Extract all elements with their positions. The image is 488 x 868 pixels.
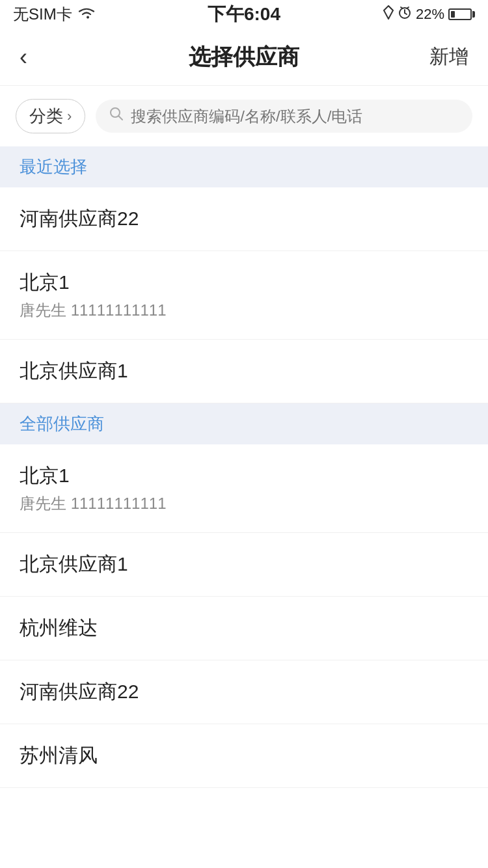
chevron-right-icon: › — [67, 108, 72, 125]
recent-items-list: 河南供应商22 北京1 唐先生 11111111111 北京供应商1 — [0, 187, 488, 403]
status-left: 无SIM卡 — [13, 4, 96, 25]
status-right: 22% — [383, 5, 475, 23]
item-name: 北京供应商1 — [20, 551, 468, 578]
search-icon — [109, 106, 124, 126]
page-title: 选择供应商 — [59, 42, 429, 72]
item-name: 北京供应商1 — [20, 358, 468, 385]
list-item[interactable]: 河南供应商22 — [0, 660, 488, 724]
alarm-icon — [398, 5, 412, 23]
svg-line-4 — [407, 7, 409, 8]
item-sub: 唐先生 11111111111 — [20, 493, 468, 514]
search-box — [96, 100, 472, 133]
all-section-label: 全部供应商 — [20, 414, 104, 433]
list-item[interactable]: 杭州维达 — [0, 597, 488, 660]
category-button[interactable]: 分类 › — [16, 99, 85, 133]
carrier-label: 无SIM卡 — [13, 4, 72, 25]
back-button[interactable]: ‹ — [20, 44, 59, 71]
item-name: 苏州清风 — [20, 742, 468, 769]
wifi-icon — [77, 5, 96, 23]
search-input[interactable] — [131, 107, 459, 126]
recent-section-label: 最近选择 — [20, 157, 87, 176]
all-items-list: 北京1 唐先生 11111111111 北京供应商1 杭州维达 河南供应商22 … — [0, 444, 488, 788]
svg-line-2 — [405, 13, 407, 14]
status-time: 下午6:04 — [208, 2, 280, 27]
item-name: 北京1 — [20, 463, 468, 489]
item-sub: 唐先生 11111111111 — [20, 300, 468, 321]
list-item[interactable]: 北京供应商1 — [0, 340, 488, 403]
battery-percentage: 22% — [416, 6, 444, 23]
list-item[interactable]: 北京1 唐先生 11111111111 — [0, 251, 488, 340]
battery-icon — [448, 8, 475, 20]
filter-bar: 分类 › — [0, 86, 488, 146]
item-name: 河南供应商22 — [20, 679, 468, 705]
list-item[interactable]: 北京供应商1 — [0, 533, 488, 597]
list-item[interactable]: 河南供应商22 — [0, 187, 488, 251]
nav-bar: ‹ 选择供应商 新增 — [0, 29, 488, 86]
category-label: 分类 — [29, 105, 63, 128]
item-name: 河南供应商22 — [20, 206, 468, 232]
item-name: 北京1 — [20, 269, 468, 296]
add-button[interactable]: 新增 — [429, 44, 468, 70]
svg-line-6 — [119, 116, 123, 120]
all-section-header: 全部供应商 — [0, 403, 488, 444]
recent-section-header: 最近选择 — [0, 146, 488, 187]
svg-line-3 — [401, 7, 403, 8]
item-name: 杭州维达 — [20, 615, 468, 642]
list-item[interactable]: 北京1 唐先生 11111111111 — [0, 444, 488, 533]
status-bar: 无SIM卡 下午6:04 22% — [0, 0, 488, 29]
list-item[interactable]: 苏州清风 — [0, 724, 488, 788]
location-icon — [383, 5, 394, 23]
